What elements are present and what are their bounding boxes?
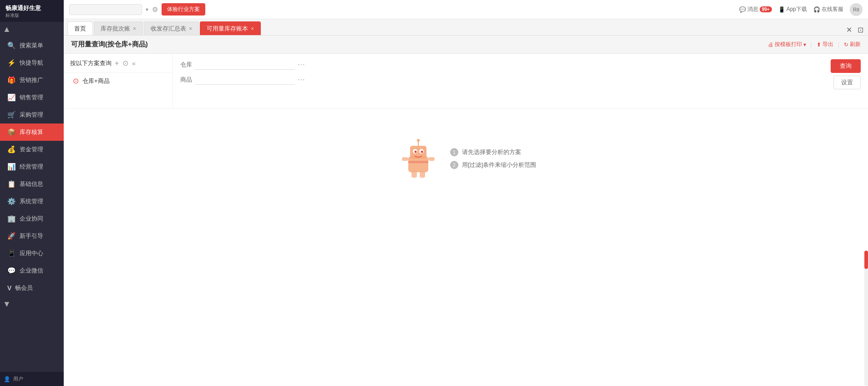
sidebar-item-purchase[interactable]: 🛒 采购管理	[0, 106, 64, 124]
industry-solution-button[interactable]: 体验行业方案	[162, 3, 205, 15]
sidebar-item-operations[interactable]: 📊 经营管理	[0, 158, 64, 175]
warehouse-more-dots[interactable]: ···	[298, 61, 305, 69]
app-download-icon: 📱	[778, 6, 785, 13]
app-download-label: App下载	[787, 5, 807, 13]
print-action[interactable]: 🖨 按模板打印 ▾	[768, 41, 806, 48]
building-icon: 🏢	[7, 215, 16, 223]
sidebar-user-bottom[interactable]: 👤 用户	[0, 372, 64, 386]
clipboard-icon: 📋	[7, 180, 16, 188]
tabs-bar: 首页 库存批次账 × 收发存汇总表 × 可用量库存账本 × ✕ ⊡	[64, 19, 868, 36]
tab-batch-account-label: 库存批次账	[101, 25, 130, 33]
app-name: 畅康通好生意	[5, 5, 58, 12]
filter-schema-panel: 按以下方案查询 + ⊙ « ⊙ 仓库+商品	[64, 54, 173, 108]
sidebar-item-basic-info[interactable]: 📋 基础信息	[0, 175, 64, 193]
query-button[interactable]: 查询	[831, 59, 861, 73]
online-service-link[interactable]: 🎧 在线客服	[813, 5, 843, 13]
page-header: 可用量查询(按仓库+商品) 🖨 按模板打印 ▾ | ⬆ 导出 | ↻ 刷新	[64, 36, 868, 54]
print-icon: 🖨	[768, 41, 773, 48]
sidebar-item-system[interactable]: ⚙️ 系统管理	[0, 193, 64, 210]
export-action[interactable]: ⬆ 导出	[817, 41, 833, 48]
product-input[interactable]	[195, 74, 295, 85]
robot-svg	[396, 136, 441, 181]
sidebar-item-finance[interactable]: 💰 资金管理	[0, 141, 64, 158]
tab-close-button[interactable]: ✕	[845, 25, 853, 35]
svg-rect-1	[410, 146, 426, 159]
setting-button[interactable]: 设置	[833, 76, 861, 89]
inventory-icon: 📦	[7, 128, 16, 136]
topbar-search-input[interactable]	[69, 4, 142, 15]
collapse-filter-button[interactable]: «	[132, 59, 136, 67]
page-actions: 🖨 按模板打印 ▾ | ⬆ 导出 | ↻ 刷新	[768, 41, 861, 48]
svg-rect-12	[408, 161, 428, 163]
app-edition: 标准版	[5, 12, 58, 18]
tab-expand-button[interactable]: ⊡	[857, 25, 864, 35]
sidebar-item-search[interactable]: 🔍 搜索菜单	[0, 37, 64, 54]
svg-rect-10	[411, 171, 417, 178]
lightning-icon: ⚡	[7, 59, 16, 67]
message-label: 消息	[747, 5, 758, 13]
wechat-icon: 💬	[7, 267, 16, 275]
sidebar-item-inventory[interactable]: 📦 库存核算	[0, 124, 64, 141]
sidebar-item-wechat[interactable]: 💬 企业微信	[0, 262, 64, 279]
tab-home[interactable]: 首页	[67, 21, 93, 35]
service-icon: 🎧	[813, 6, 820, 13]
tab-receipt-summary-close[interactable]: ×	[189, 26, 192, 32]
user-icon: 👤	[4, 376, 10, 382]
settings-gear-icon[interactable]: ⚙	[152, 5, 158, 14]
topbar: ▾ ⚙ 体验行业方案 💬 消息 99+ 📱 App下载 🎧 在线客服 Rit	[64, 0, 868, 19]
step-1-text: 请先选择要分析的方案	[462, 148, 521, 156]
sidebar-item-label: 畅会员	[15, 284, 33, 292]
sidebar-item-onboarding[interactable]: 🚀 新手引导	[0, 227, 64, 245]
tab-available-qty-close[interactable]: ×	[251, 26, 254, 32]
separator-1: |	[811, 41, 812, 48]
sidebar-item-sales[interactable]: 📈 销售管理	[0, 89, 64, 106]
sidebar-item-label: 企业协同	[20, 215, 43, 223]
svg-rect-9	[428, 157, 435, 161]
filter-field-warehouse: 仓库 ···	[180, 59, 305, 70]
message-notification[interactable]: 💬 消息 99+	[739, 5, 772, 13]
cart-icon: 🛒	[7, 111, 16, 119]
sidebar-scroll-down[interactable]: ▼	[0, 297, 14, 312]
sidebar-item-membership[interactable]: V 畅会员	[0, 279, 64, 297]
refresh-label: 刷新	[850, 41, 861, 48]
sidebar-scroll-up[interactable]: ▲	[0, 22, 14, 37]
right-scrollbar[interactable]	[864, 251, 868, 386]
filter-header: 按以下方案查询 + ⊙ «	[64, 54, 173, 73]
chevron-down-icon[interactable]: ▾	[146, 6, 148, 13]
user-avatar[interactable]: Rit	[850, 3, 863, 16]
main-content: ▾ ⚙ 体验行业方案 💬 消息 99+ 📱 App下载 🎧 在线客服 Rit	[64, 0, 868, 386]
export-label: 导出	[822, 41, 833, 48]
add-schema-button[interactable]: +	[114, 59, 119, 68]
sidebar-item-quick-nav[interactable]: ⚡ 快捷导航	[0, 54, 64, 72]
tab-home-label: 首页	[74, 25, 86, 33]
sidebar-item-enterprise[interactable]: 🏢 企业协同	[0, 210, 64, 227]
sidebar: 畅康通好生意 标准版 ▲ 🔍 搜索菜单 ⚡ 快捷导航 🎁 营销推广 📈 销售管理…	[0, 0, 64, 386]
filter-action-buttons: 查询 设置	[823, 54, 868, 108]
vip-icon: V	[7, 284, 11, 292]
search-icon: 🔍	[7, 41, 16, 50]
svg-point-7	[417, 139, 420, 142]
tab-available-qty[interactable]: 可用量库存账本 ×	[200, 21, 261, 35]
sidebar-item-marketing[interactable]: 🎁 营销推广	[0, 72, 64, 89]
sidebar-item-label: 采购管理	[20, 111, 43, 119]
app-download-link[interactable]: 📱 App下载	[778, 5, 807, 13]
filter-row-product: 商品 ···	[180, 74, 816, 85]
tab-batch-account-close[interactable]: ×	[133, 26, 136, 32]
tab-available-qty-label: 可用量库存账本	[207, 25, 248, 33]
schema-warehouse-product[interactable]: ⊙ 仓库+商品	[64, 73, 173, 89]
tab-receipt-summary[interactable]: 收发存汇总表 ×	[144, 21, 199, 35]
refresh-action[interactable]: ↻ 刷新	[844, 41, 861, 48]
product-more-dots[interactable]: ···	[298, 76, 305, 84]
sidebar-item-label: 销售管理	[20, 93, 43, 102]
print-chevron[interactable]: ▾	[803, 41, 806, 48]
tab-receipt-summary-label: 收发存汇总表	[151, 25, 186, 33]
manage-schema-button[interactable]: ⊙	[122, 58, 129, 68]
filter-fields-panel: 仓库 ··· 商品 ···	[173, 54, 823, 108]
message-badge: 99+	[760, 6, 772, 12]
sidebar-item-label: 搜索菜单	[20, 41, 43, 50]
page-title: 可用量查询(按仓库+商品)	[71, 40, 148, 49]
step-number-2: 2	[450, 161, 458, 169]
warehouse-input[interactable]	[195, 59, 295, 70]
sidebar-item-app-center[interactable]: 📱 应用中心	[0, 245, 64, 262]
tab-batch-account[interactable]: 库存批次账 ×	[94, 21, 143, 35]
